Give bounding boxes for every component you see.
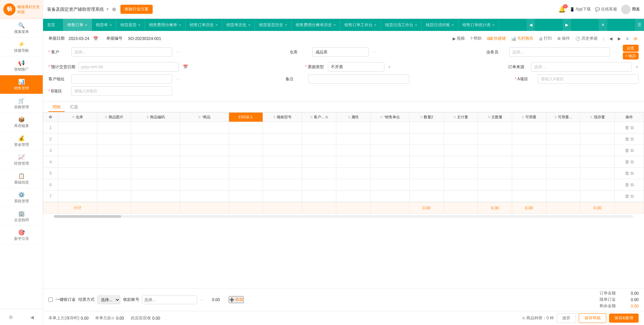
sidebar-item-system[interactable]: ⚙️ 系统管理 bbox=[0, 188, 43, 207]
row-copy-btn[interactable]: ⧉ bbox=[631, 171, 634, 176]
sidebar-collapse-icon[interactable]: ◀ bbox=[30, 315, 34, 320]
table-row[interactable]: 6🗑⧉ bbox=[43, 179, 644, 191]
table-row[interactable]: 1🗑⧉ bbox=[43, 122, 644, 133]
profit-btn[interactable]: 📊 毛利预告 bbox=[510, 35, 535, 42]
tab-sales-return[interactable]: 销货退货 ✕ bbox=[116, 19, 145, 31]
add-goods-button[interactable]: + 物品 bbox=[623, 52, 639, 59]
address-dots[interactable]: ··· bbox=[176, 77, 180, 81]
tab-expense-history-close[interactable]: ✕ bbox=[333, 23, 336, 27]
notes-input[interactable] bbox=[308, 74, 409, 84]
tab-next-btn[interactable]: ▶ bbox=[563, 19, 571, 31]
user-menu[interactable]: 用友 bbox=[621, 5, 640, 14]
tab-order-history-close[interactable]: ✕ bbox=[215, 23, 218, 27]
tab-order-stats-close[interactable]: ✕ bbox=[492, 23, 495, 27]
notification-bell[interactable]: 🔔 9 bbox=[558, 6, 566, 13]
history-btn[interactable]: 🕐 历史单据 bbox=[574, 35, 599, 42]
salesperson-input[interactable] bbox=[509, 47, 610, 57]
tab-sales-expense[interactable]: 销售费用分摊单 ✕ bbox=[145, 19, 186, 31]
sidebar-item-operations[interactable]: 📈 经营管理 bbox=[0, 151, 43, 169]
topbar-dropdown-icon[interactable]: ▼ bbox=[106, 7, 109, 11]
order-source-arrow[interactable]: ▼ bbox=[635, 65, 639, 69]
row-copy-btn[interactable]: ⧉ bbox=[631, 136, 634, 142]
row-copy-btn[interactable]: ⧉ bbox=[631, 182, 634, 188]
save-draft-button[interactable]: 保存草稿 bbox=[579, 313, 606, 323]
row-delete-btn[interactable]: 🗑 bbox=[625, 182, 629, 187]
tab-sales-order[interactable]: 销售订单 ✕ bbox=[63, 19, 92, 31]
list-view-btn[interactable]: ≡ bbox=[625, 36, 630, 42]
tab-daily-workbench-close[interactable]: ✕ bbox=[415, 23, 417, 27]
tab-sales-order-close[interactable]: ✕ bbox=[85, 23, 87, 27]
tab-order-workbench-close[interactable]: ✕ bbox=[374, 23, 377, 27]
sidebar-item-finance[interactable]: 💰 资金管理 bbox=[0, 132, 43, 151]
customer-address-input[interactable] bbox=[71, 74, 172, 84]
salesperson-dots[interactable]: ··· bbox=[614, 50, 617, 54]
row-copy-btn[interactable]: ⧉ bbox=[631, 159, 634, 165]
tab-menu-btn[interactable]: ☰ bbox=[635, 19, 644, 31]
view-btn[interactable]: ▶ 视频 bbox=[451, 35, 466, 42]
shortcut-btn[interactable]: ⌨ 快捷键 bbox=[486, 35, 507, 42]
topbar-title[interactable]: 装备及固定资产辅助管理系统 bbox=[47, 6, 104, 12]
sidebar-item-purchase[interactable]: 🛒 采购管理 bbox=[0, 94, 43, 113]
card-view-btn[interactable]: ⊞ bbox=[633, 36, 639, 42]
customer-dots[interactable]: ··· bbox=[176, 50, 180, 54]
a-project-input[interactable] bbox=[538, 74, 639, 84]
table-row[interactable]: 3🗑⧉ bbox=[43, 145, 644, 156]
tab-daily-reconcile[interactable]: 钱货日清对账 ✕ bbox=[422, 19, 458, 31]
table-row[interactable]: 7🗑⧉ bbox=[43, 191, 644, 202]
account-no-input[interactable] bbox=[142, 295, 197, 304]
tab-sales-return-close[interactable]: ✕ bbox=[138, 23, 141, 27]
discard-button[interactable]: 放弃 bbox=[557, 313, 576, 323]
customer-input[interactable] bbox=[71, 47, 172, 57]
table-row[interactable]: 2🗑⧉ bbox=[43, 133, 644, 145]
table-row[interactable]: 4🗑⧉ bbox=[43, 156, 644, 168]
tab-daily-reconcile-close[interactable]: ✕ bbox=[451, 23, 454, 27]
tab-order-workbench[interactable]: 销售订单工作台 ✕ bbox=[340, 19, 381, 31]
delivery-date-input[interactable] bbox=[78, 62, 179, 72]
topbar-settings-icon[interactable]: ⚙ bbox=[112, 7, 116, 12]
row-copy-btn[interactable]: ⧉ bbox=[631, 194, 634, 199]
add-payment-btn[interactable]: ➕ 添加 bbox=[229, 296, 244, 303]
tab-order-history[interactable]: 销售订单历史 ✕ bbox=[186, 19, 222, 31]
warehouse-dots[interactable]: ··· bbox=[373, 50, 376, 54]
account-no-dots[interactable]: ··· bbox=[200, 297, 203, 302]
tab-close-all-btn[interactable]: ✕ bbox=[599, 19, 607, 31]
sidebar-item-beginner[interactable]: 🎯 新手引导 bbox=[0, 226, 43, 245]
operations-btn[interactable]: ⚙ 操作 bbox=[556, 35, 571, 42]
invoice-type-arrow[interactable]: ▼ bbox=[388, 65, 391, 69]
row-delete-btn[interactable]: 🗑 bbox=[625, 125, 629, 130]
row-delete-btn[interactable]: 🗑 bbox=[625, 136, 629, 141]
tab-invoice-history[interactable]: 销货单历史 ✕ bbox=[222, 19, 255, 31]
tab-home[interactable]: 首页 bbox=[43, 19, 63, 31]
tab-daily-workbench[interactable]: 钱货日清工作台 ✕ bbox=[381, 19, 422, 31]
date-picker-icon[interactable]: 📅 bbox=[183, 65, 188, 69]
table-row[interactable]: 5🗑⧉ bbox=[43, 168, 644, 179]
tab-expense-history[interactable]: 销售费用分摊单历史 ✕ bbox=[292, 19, 340, 31]
tab-detail[interactable]: 明细 bbox=[48, 103, 65, 112]
tab-prev-btn[interactable]: ◀ bbox=[527, 19, 535, 31]
tab-summary[interactable]: 汇总 bbox=[66, 103, 82, 112]
sidebar-settings-icon[interactable]: ⚙ bbox=[9, 315, 13, 320]
nav-next-btn[interactable]: ▶ bbox=[616, 36, 622, 42]
invoice-type-input[interactable] bbox=[328, 62, 384, 72]
tab-sales-invoice[interactable]: 销货单 ✕ bbox=[92, 19, 116, 31]
nav-prev-btn[interactable]: ◀ bbox=[608, 36, 614, 42]
tab-invoice-history-close[interactable]: ✕ bbox=[248, 23, 251, 27]
row-delete-btn[interactable]: 🗑 bbox=[625, 171, 629, 176]
settings-button[interactable]: 设置 bbox=[623, 45, 639, 52]
row-delete-btn[interactable]: 🗑 bbox=[625, 194, 629, 199]
col-settings[interactable]: ⚙ bbox=[43, 113, 58, 122]
warehouse-input[interactable] bbox=[312, 47, 369, 57]
sidebar-item-inventory[interactable]: 📦 库存核算 bbox=[0, 113, 43, 132]
sidebar-item-quick-nav[interactable]: ⚡ 快捷导航 bbox=[0, 38, 43, 56]
row-copy-btn[interactable]: ⧉ bbox=[631, 148, 634, 153]
online-service-link[interactable]: 💬 在线客服 bbox=[595, 6, 617, 12]
one-click-checkbox[interactable] bbox=[48, 297, 53, 302]
tab-sales-invoice-close[interactable]: ✕ bbox=[109, 23, 112, 27]
sidebar-item-basic-info[interactable]: 📋 基础信息 bbox=[0, 169, 43, 188]
row-copy-btn[interactable]: ⧉ bbox=[631, 125, 634, 130]
calendar-icon[interactable]: 📅 bbox=[93, 36, 98, 41]
tab-return-history-close[interactable]: ✕ bbox=[285, 23, 287, 27]
b-project-input[interactable] bbox=[71, 86, 172, 96]
solution-button[interactable]: 体验行业方案 bbox=[120, 5, 153, 14]
row-delete-btn[interactable]: 🗑 bbox=[625, 159, 629, 164]
